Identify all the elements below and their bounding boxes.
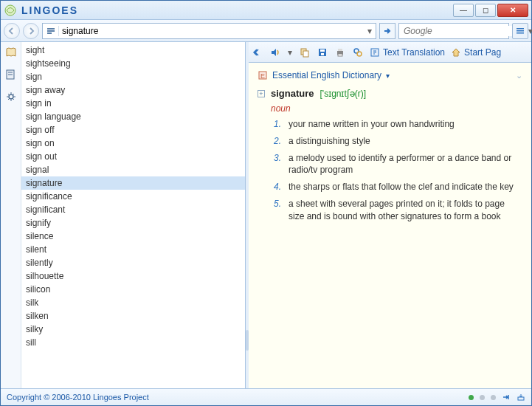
word-list-item[interactable]: sign [21, 70, 245, 83]
word-list-item[interactable]: silicon [21, 283, 245, 296]
part-of-speech: noun [271, 103, 522, 114]
definition-number: 2. [271, 135, 281, 148]
window-controls: — ◻ ✕ [453, 4, 528, 17]
definitions-list: 1.your name written in your own handwrit… [271, 118, 522, 223]
settings-icon[interactable] [5, 91, 17, 103]
dictionary-header: E Essential English Dictionary ▾ ⌄ [258, 70, 522, 80]
web-search-dropdown-icon[interactable]: ▾ [528, 26, 532, 36]
speaker-icon[interactable] [269, 47, 281, 58]
copy-icon[interactable] [299, 47, 311, 58]
word-list-item[interactable]: sign out [21, 150, 245, 163]
definition-number: 5. [271, 198, 281, 223]
word-list-item[interactable]: sign away [21, 83, 245, 97]
definition-text: a melody used to identify a performer or… [289, 152, 522, 177]
word-list-item[interactable]: silhouette [21, 269, 245, 283]
status-icons [469, 393, 525, 402]
word-list-item[interactable]: signal [21, 163, 245, 176]
svg-rect-17 [321, 53, 324, 55]
sidebar-icon-strip [1, 42, 21, 388]
svg-rect-1 [47, 28, 55, 30]
collapse-left-icon[interactable] [252, 47, 263, 58]
dictionary-name[interactable]: Essential English Dictionary [272, 70, 381, 80]
dictionary-dropdown-icon[interactable]: ▾ [386, 72, 390, 80]
tray-icon[interactable] [517, 393, 525, 402]
pin-icon[interactable] [502, 393, 511, 402]
word-list[interactable]: sightsightseeingsignsign awaysign insign… [21, 42, 245, 388]
web-search-box: ▾ [398, 23, 509, 39]
forward-button[interactable] [23, 23, 39, 39]
word-list-item[interactable]: sightseeing [21, 57, 245, 70]
search-dropdown-icon[interactable]: ▾ [364, 26, 376, 36]
titlebar: LINGOES — ◻ ✕ [1, 1, 531, 20]
word-list-item[interactable]: silently [21, 256, 245, 269]
search-box: ▾ [42, 23, 376, 39]
main-area: sightsightseeingsignsign awaysign insign… [1, 42, 531, 389]
back-button[interactable] [4, 23, 20, 39]
svg-rect-8 [517, 32, 524, 34]
main-toolbar: ▾ ▾ [1, 20, 531, 42]
definition-row: 5.a sheet with several pages printed on … [271, 198, 522, 223]
svg-rect-3 [47, 32, 52, 34]
headword: signature [271, 88, 314, 99]
word-list-item[interactable]: silken [21, 309, 245, 323]
headword-row: + signature ['sɪgnɪtʃə(r)] [258, 88, 522, 99]
definition-text: your name written in your own handwritin… [289, 118, 522, 131]
definition-row: 1.your name written in your own handwrit… [271, 118, 522, 131]
status-dot-idle-2 [491, 395, 496, 400]
word-list-item[interactable]: significant [21, 203, 245, 216]
app-window: LINGOES — ◻ ✕ ▾ ▾ [0, 0, 532, 406]
svg-rect-14 [303, 51, 308, 57]
status-dot-idle [480, 395, 485, 400]
text-translation-label: Text Translation [383, 47, 445, 58]
word-list-item[interactable]: sill [21, 336, 245, 349]
dictionary-icon[interactable] [5, 47, 17, 58]
appendix-icon[interactable] [5, 69, 17, 80]
search-go-button[interactable] [379, 23, 395, 39]
close-button[interactable]: ✕ [497, 4, 528, 17]
speaker-dropdown-icon[interactable]: ▾ [287, 47, 293, 58]
word-list-item[interactable]: sign in [21, 97, 245, 110]
statusbar: Copyright © 2006-2010 Lingoes Project [1, 389, 531, 405]
find-icon[interactable] [352, 47, 364, 58]
word-list-item[interactable]: signature [21, 176, 245, 190]
definition-text: a distinguishing style [289, 135, 522, 148]
dictionary-small-icon: E [258, 70, 268, 80]
word-list-item[interactable]: silk [21, 296, 245, 309]
search-input[interactable] [59, 24, 364, 38]
word-list-item[interactable]: signify [21, 216, 245, 230]
copyright-text: Copyright © 2006-2010 Lingoes Project [7, 393, 149, 402]
left-panel: sightsightseeingsignsign awaysign insign… [1, 42, 246, 388]
word-list-item[interactable]: silent [21, 243, 245, 256]
expand-icon[interactable]: + [258, 90, 265, 97]
svg-rect-7 [517, 30, 524, 32]
save-icon[interactable] [317, 47, 328, 58]
svg-rect-20 [338, 54, 342, 56]
svg-point-22 [357, 52, 362, 56]
web-search-input[interactable] [399, 26, 519, 36]
word-list-item[interactable]: sign off [21, 123, 245, 137]
svg-rect-19 [338, 49, 342, 51]
print-icon[interactable] [334, 47, 346, 58]
word-list-item[interactable]: sign on [21, 137, 245, 150]
definition-number: 1. [271, 118, 281, 131]
app-title: LINGOES [21, 4, 78, 16]
text-translation-link[interactable]: Text Translation [370, 47, 445, 58]
minimize-button[interactable]: — [453, 4, 474, 17]
word-list-item[interactable]: significance [21, 190, 245, 203]
main-menu-button[interactable] [512, 23, 528, 39]
word-list-item[interactable]: sight [21, 44, 245, 57]
search-mode-icon[interactable] [43, 26, 59, 36]
collapse-icon[interactable]: ⌄ [516, 71, 522, 80]
maximize-button[interactable]: ◻ [475, 4, 496, 17]
start-page-label: Start Pag [464, 47, 501, 58]
svg-point-12 [9, 94, 13, 99]
definition-text: a sheet with several pages printed on it… [289, 198, 522, 223]
word-list-item[interactable]: sign language [21, 110, 245, 123]
pronunciation: ['sɪgnɪtʃə(r)] [320, 89, 367, 99]
content-area: E Essential English Dictionary ▾ ⌄ + sig… [249, 63, 531, 388]
definition-number: 3. [271, 152, 281, 177]
word-list-item[interactable]: silence [21, 230, 245, 243]
start-page-link[interactable]: Start Pag [451, 47, 501, 58]
word-list-item[interactable]: silky [21, 323, 245, 336]
svg-rect-16 [320, 49, 325, 52]
